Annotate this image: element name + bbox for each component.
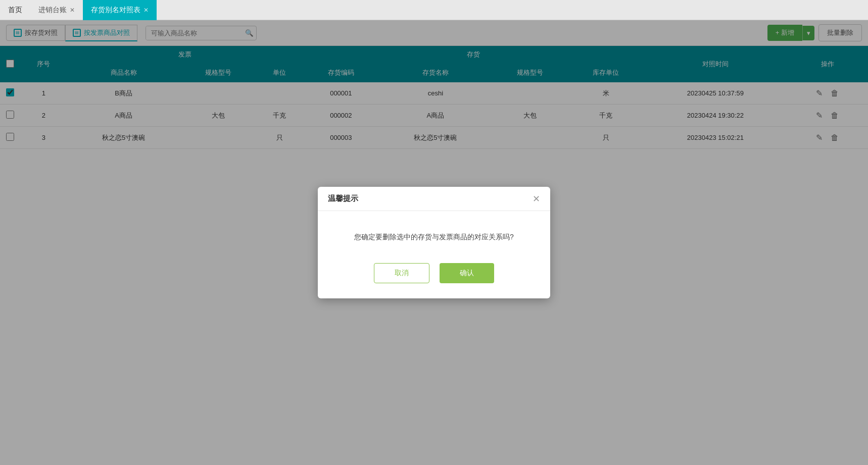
dialog-footer: 取消 确认 <box>318 258 550 298</box>
tab-inventory-alias-close[interactable]: ✕ <box>143 7 149 14</box>
dialog-title: 温馨提示 <box>328 194 358 203</box>
dialog-close-button[interactable]: ✕ <box>533 194 540 203</box>
dialog-body: 您确定要删除选中的存货与发票商品的对应关系吗? <box>318 211 550 257</box>
modal-overlay: 温馨提示 ✕ 您确定要删除选中的存货与发票商品的对应关系吗? 取消 确认 <box>0 20 868 465</box>
tab-ledger-label: 进销台账 <box>38 6 67 15</box>
tab-home-label: 首页 <box>8 6 22 15</box>
tab-inventory-alias-label: 存货别名对照表 <box>91 6 140 15</box>
tab-bar: 首页 进销台账 ✕ 存货别名对照表 ✕ <box>0 0 868 20</box>
main-content: ▤ 按存货对照 ▤ 按发票商品对照 🔍 + 新增 ▾ 批量删除 <box>0 20 868 465</box>
dialog-message: 您确定要删除选中的存货与发票商品的对应关系吗? <box>354 233 514 241</box>
tab-home[interactable]: 首页 <box>0 0 30 20</box>
tab-inventory-alias[interactable]: 存货别名对照表 ✕ <box>83 0 157 20</box>
tab-ledger[interactable]: 进销台账 ✕ <box>30 0 83 20</box>
confirm-dialog: 温馨提示 ✕ 您确定要删除选中的存货与发票商品的对应关系吗? 取消 确认 <box>318 187 550 298</box>
tab-ledger-close[interactable]: ✕ <box>70 7 75 14</box>
cancel-button[interactable]: 取消 <box>374 263 429 283</box>
dialog-header: 温馨提示 ✕ <box>318 187 550 211</box>
confirm-button[interactable]: 确认 <box>440 263 494 283</box>
